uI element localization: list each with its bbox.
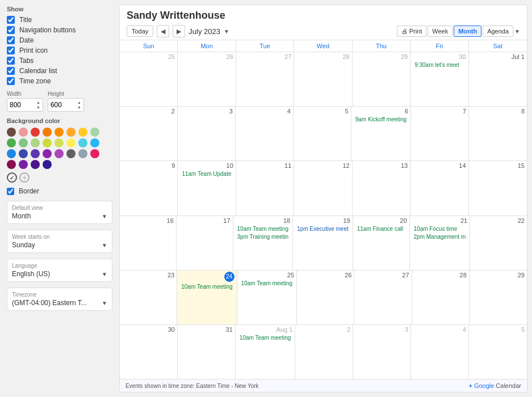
cal-day-3-0[interactable]: 16 bbox=[120, 216, 177, 270]
color-swatch-26[interactable] bbox=[31, 160, 40, 169]
cal-day-3-2[interactable]: 1810am Team meeting3pm Training meetin bbox=[233, 216, 294, 270]
cal-day-3-5[interactable]: 2110am Focus time2pm Management m bbox=[410, 216, 471, 270]
cb-print-checkbox[interactable] bbox=[7, 47, 15, 54]
cal-day-4-6[interactable]: 29 bbox=[470, 271, 527, 324]
cb-nav-checkbox[interactable] bbox=[7, 26, 15, 34]
color-swatch-0[interactable] bbox=[7, 128, 16, 137]
border-checkbox[interactable] bbox=[7, 188, 14, 195]
google-calendar-badge[interactable]: + Google Calendar bbox=[468, 382, 521, 389]
cb-callist-label[interactable]: Calendar list bbox=[19, 67, 57, 75]
cal-day-2-5[interactable]: 14 bbox=[410, 161, 468, 215]
cal-day-3-4[interactable]: 2011am Finance call bbox=[353, 216, 410, 270]
color-swatch-19[interactable] bbox=[43, 149, 52, 158]
cb-date-label[interactable]: Date bbox=[19, 36, 33, 44]
cal-day-5-1[interactable]: 31 bbox=[178, 325, 236, 379]
color-swatch-25[interactable] bbox=[19, 160, 28, 169]
agenda-view-button[interactable]: Agenda bbox=[483, 26, 513, 37]
cal-day-1-5[interactable]: 7 bbox=[411, 107, 469, 161]
cal-day-3-3[interactable]: 191pm Executive meet bbox=[293, 216, 353, 270]
cal-day-2-0[interactable]: 9 bbox=[120, 161, 178, 215]
timezone-field[interactable]: Timezone (GMT-04:00) Eastern T... ▼ bbox=[7, 288, 112, 311]
color-swatch-3[interactable] bbox=[43, 128, 52, 137]
cal-day-3-6[interactable]: 22 bbox=[470, 216, 527, 270]
event-3-2-1[interactable]: 3pm Training meetin bbox=[236, 233, 291, 240]
cal-day-5-0[interactable]: 30 bbox=[120, 325, 178, 379]
color-swatch-5[interactable] bbox=[66, 128, 76, 137]
color-swatch-2[interactable] bbox=[31, 128, 40, 137]
cb-tz-checkbox[interactable] bbox=[7, 77, 15, 85]
cal-day-5-4[interactable]: 3 bbox=[353, 325, 411, 379]
color-swatch-12[interactable] bbox=[55, 138, 64, 147]
color-swatch-17[interactable] bbox=[19, 149, 28, 158]
color-swatch-21[interactable] bbox=[66, 149, 76, 158]
cal-day-1-3[interactable]: 5 bbox=[294, 107, 351, 161]
cb-title-label[interactable]: Title bbox=[19, 16, 32, 24]
color-swatch-13[interactable] bbox=[66, 138, 76, 147]
month-view-button[interactable]: Month bbox=[454, 26, 481, 37]
cb-callist-checkbox[interactable] bbox=[7, 67, 15, 75]
event-3-2-0[interactable]: 10am Team meeting bbox=[236, 225, 291, 233]
cal-day-2-3[interactable]: 12 bbox=[294, 161, 352, 215]
color-swatch-16[interactable] bbox=[7, 149, 16, 158]
cal-day-5-2[interactable]: Aug 110am Team meeting bbox=[236, 325, 295, 379]
cal-day-0-2[interactable]: 27 bbox=[236, 52, 294, 106]
cb-print-label[interactable]: Print icon bbox=[19, 47, 48, 54]
next-arrow[interactable]: ▶ bbox=[173, 25, 185, 37]
event-1-4-0[interactable]: 9am Kickoff meeting bbox=[354, 116, 408, 123]
width-down-arrow[interactable]: ▼ bbox=[36, 105, 40, 110]
cal-day-1-4[interactable]: 69am Kickoff meeting bbox=[351, 107, 411, 161]
cal-day-4-1[interactable]: 2410am Team meeting bbox=[177, 271, 237, 324]
height-down-arrow[interactable]: ▼ bbox=[77, 105, 81, 110]
week-starts-field[interactable]: Week starts on Sunday ▼ bbox=[7, 230, 112, 253]
height-up-arrow[interactable]: ▲ bbox=[77, 100, 81, 105]
print-button[interactable]: 🖨 Print bbox=[397, 26, 427, 37]
cb-tabs-checkbox[interactable] bbox=[7, 57, 15, 65]
width-up-arrow[interactable]: ▲ bbox=[36, 100, 40, 105]
event-5-2-0[interactable]: 10am Team meeting bbox=[238, 334, 292, 341]
event-3-5-1[interactable]: 2pm Management m bbox=[412, 233, 468, 240]
cal-day-0-1[interactable]: 26 bbox=[178, 52, 236, 106]
event-3-5-0[interactable]: 10am Focus time bbox=[412, 225, 468, 233]
default-view-field[interactable]: Default view Month ▼ bbox=[7, 201, 112, 224]
cal-day-1-1[interactable]: 3 bbox=[178, 107, 236, 161]
cal-day-2-2[interactable]: 11 bbox=[236, 161, 294, 215]
cal-day-3-1[interactable]: 17 bbox=[177, 216, 233, 270]
color-swatch-8[interactable] bbox=[7, 138, 16, 147]
cal-day-1-2[interactable]: 4 bbox=[236, 107, 294, 161]
color-swatch-23[interactable] bbox=[90, 149, 99, 158]
cal-day-4-5[interactable]: 28 bbox=[412, 271, 470, 324]
width-input[interactable] bbox=[10, 101, 35, 109]
cal-day-2-1[interactable]: 1011am Team Update bbox=[178, 161, 236, 215]
cb-tz-label[interactable]: Time zone bbox=[19, 77, 51, 85]
cal-day-1-6[interactable]: 8 bbox=[469, 107, 527, 161]
color-swatch-24[interactable] bbox=[7, 160, 16, 169]
event-0-5-0[interactable]: 9:30am let's meet bbox=[413, 61, 466, 69]
event-3-4-0[interactable]: 11am Finance call bbox=[355, 225, 407, 233]
border-label[interactable]: Border bbox=[19, 187, 39, 195]
height-input[interactable] bbox=[51, 101, 76, 109]
add-color-button[interactable]: + bbox=[19, 172, 30, 183]
color-swatch-20[interactable] bbox=[55, 149, 64, 158]
cal-day-5-6[interactable]: 5 bbox=[469, 325, 527, 379]
cb-date-checkbox[interactable] bbox=[7, 36, 15, 44]
color-swatch-7[interactable] bbox=[90, 128, 99, 137]
cal-day-2-6[interactable]: 15 bbox=[469, 161, 527, 215]
event-4-1-0[interactable]: 10am Team meeting bbox=[179, 283, 234, 290]
color-swatch-27[interactable] bbox=[43, 160, 52, 169]
cal-day-1-0[interactable]: 2 bbox=[120, 107, 178, 161]
cal-day-5-5[interactable]: 4 bbox=[411, 325, 469, 379]
color-swatch-22[interactable] bbox=[78, 149, 87, 158]
color-swatch-6[interactable] bbox=[78, 128, 87, 137]
color-swatch-11[interactable] bbox=[43, 138, 52, 147]
today-button[interactable]: Today bbox=[127, 26, 153, 37]
color-swatch-9[interactable] bbox=[19, 138, 28, 147]
color-swatch-15[interactable] bbox=[90, 138, 99, 147]
cb-title-checkbox[interactable] bbox=[7, 16, 15, 24]
prev-arrow[interactable]: ◀ bbox=[157, 25, 169, 37]
color-swatch-4[interactable] bbox=[55, 128, 64, 137]
language-field[interactable]: Language English (US) ▼ bbox=[7, 259, 112, 282]
color-swatch-14[interactable] bbox=[78, 138, 87, 147]
selected-color-indicator[interactable]: ✓ bbox=[7, 172, 17, 183]
cal-day-4-4[interactable]: 27 bbox=[354, 271, 412, 324]
cal-day-5-3[interactable]: 2 bbox=[295, 325, 353, 379]
